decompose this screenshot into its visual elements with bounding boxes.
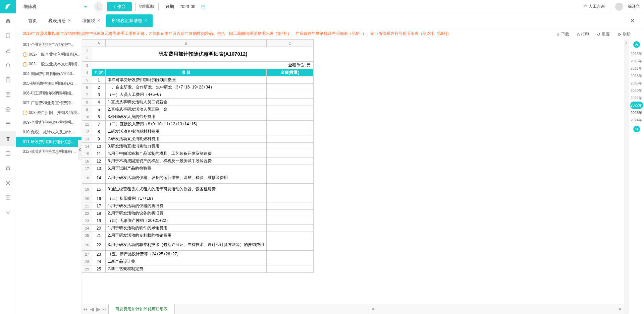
nav-play-icon[interactable] — [0, 190, 16, 205]
row-value[interactable] — [267, 217, 314, 225]
collapse-handle[interactable] — [78, 140, 82, 160]
nav-bank-icon[interactable] — [0, 102, 16, 117]
tab-tax-list[interactable]: 税表清册✕ — [43, 14, 76, 27]
row-value[interactable] — [267, 172, 314, 184]
print-button[interactable]: ⎙ 打印 — [577, 32, 589, 37]
app-logo[interactable] — [0, 0, 16, 13]
year-button[interactable]: 2021年 — [630, 94, 643, 102]
period-label: 账期 — [165, 4, 174, 10]
row-value[interactable] — [267, 113, 314, 121]
sheet-item[interactable]: 011-研发费用加计扣除优惠... — [16, 137, 82, 147]
tab-income-tax[interactable]: 所得税汇算清缴✕ — [106, 14, 153, 27]
row-value[interactable] — [267, 158, 314, 165]
row-value[interactable] — [267, 210, 314, 217]
sheet-item[interactable]: 010-免税、减计收入及加计... — [16, 127, 82, 137]
year-button[interactable]: 2019年 — [630, 79, 643, 87]
close-icon[interactable]: ✕ — [97, 18, 100, 23]
refresh-button[interactable]: ⟳ 刷新 — [618, 32, 631, 37]
nav-bag-icon[interactable] — [0, 58, 16, 72]
ai-consult-link[interactable]: 人工咨询 — [583, 4, 605, 9]
year-button[interactable]: 2024年 — [630, 116, 643, 124]
row-value[interactable] — [267, 202, 314, 210]
sheet-item[interactable]: 002-一般企业收入明细表(A... — [16, 50, 82, 59]
workspace-button[interactable]: 工作台 — [107, 2, 132, 11]
row-desc: 3.用于研发活动的非专利技术（包括许可证、专有技术、设计和计算方法等）的摊销费用 — [106, 239, 267, 251]
module-dropdown[interactable]: 增值税 — [20, 2, 91, 11]
expand-handle[interactable] — [624, 39, 629, 314]
row-value[interactable] — [267, 239, 314, 251]
nav-doc-icon[interactable] — [0, 28, 16, 43]
download-button[interactable]: ⇩ 下载 — [556, 32, 569, 37]
close-icon[interactable]: ✕ — [68, 18, 71, 23]
nav-calendar-icon[interactable] — [0, 117, 16, 131]
warning-icon — [23, 62, 28, 67]
nav-form-icon[interactable] — [0, 87, 16, 102]
content: 001-企业所得税年度纳税申...002-一般企业收入明细表(A...003-一… — [16, 39, 644, 314]
grid[interactable]: ABC1研发费用加计扣除优惠明细表(A107012)23金额单位: 元4行次项 … — [82, 39, 624, 304]
row-value[interactable] — [267, 265, 314, 273]
year-button[interactable]: 2016年 — [630, 57, 643, 65]
row-value[interactable] — [267, 106, 314, 113]
sheet-item[interactable]: 007-广告费和业务宣传费跨... — [16, 98, 82, 108]
nav-report-icon[interactable] — [0, 146, 16, 161]
nav-v-icon[interactable] — [0, 205, 16, 220]
row-value[interactable] — [267, 232, 314, 239]
period-value[interactable]: 2023-09 — [179, 4, 196, 9]
row-value[interactable] — [267, 99, 314, 106]
year-down-icon[interactable] — [633, 126, 640, 132]
tab-home[interactable]: 首页 — [23, 14, 42, 27]
sheet-nav-next-icon[interactable]: ▶ — [95, 304, 102, 314]
row-value[interactable] — [267, 150, 314, 158]
sheet-item[interactable]: 009-企业所得税弥补亏损明... — [16, 118, 82, 127]
row-value[interactable] — [267, 251, 314, 258]
avatar[interactable] — [615, 3, 623, 11]
row-value[interactable] — [267, 143, 314, 150]
nav-tax-icon[interactable] — [0, 131, 16, 146]
tab-vat[interactable]: 增值税✕ — [77, 14, 106, 27]
reset-button[interactable]: ↺ 重置 — [597, 32, 610, 37]
year-button[interactable]: 2023年 — [630, 109, 643, 116]
nav-settings-icon[interactable] — [0, 176, 16, 190]
sheet-item[interactable]: 003-一般企业成本支出明细... — [16, 59, 82, 69]
row-value[interactable] — [267, 76, 314, 84]
row-value[interactable] — [267, 225, 314, 232]
sheet-item[interactable]: 008-资产折旧、摊销及纳税... — [16, 108, 82, 118]
sheet-item[interactable]: 005-纳税调整项目明细表(A1... — [16, 79, 82, 88]
row-value[interactable] — [267, 258, 314, 265]
row-value[interactable] — [267, 84, 314, 91]
year-button[interactable]: 2022年 — [630, 102, 643, 109]
switch-old-button[interactable]: 切到旧版 — [135, 2, 159, 11]
sheet-item[interactable]: 012-减免所得税优惠明细表(... — [16, 147, 82, 156]
sheet-nav-first-icon[interactable]: ⏮ — [82, 304, 89, 314]
row-num: 8 — [92, 128, 106, 135]
row-value[interactable] — [267, 184, 314, 195]
row-value[interactable] — [267, 128, 314, 135]
year-button[interactable]: 2018年 — [630, 72, 643, 79]
row-value[interactable] — [267, 195, 314, 202]
row-value[interactable] — [267, 135, 314, 143]
username[interactable]: 徐泽华 — [628, 4, 640, 9]
nav-archive-icon[interactable] — [0, 161, 16, 176]
close-icon[interactable]: ✕ — [144, 18, 147, 23]
year-button[interactable]: 2017年 — [630, 65, 643, 72]
row-value[interactable] — [267, 121, 314, 128]
nav-chart-icon[interactable] — [0, 43, 16, 58]
nav-clipboard-icon[interactable] — [0, 72, 16, 87]
sheet-item[interactable]: 004-期间费用明细表(A1040... — [16, 69, 82, 79]
close-all-tabs[interactable]: ✕ — [627, 17, 637, 24]
circle-doc-icon[interactable] — [94, 2, 103, 11]
sheet-item[interactable]: 001-企业所得税年度纳税申... — [16, 40, 82, 50]
sheet-nav-last-icon[interactable]: ⏭ — [102, 304, 108, 314]
year-button[interactable]: 2015年 — [630, 50, 643, 57]
row-num: 19 — [92, 217, 106, 225]
year-up-icon[interactable] — [633, 41, 640, 48]
sheet-nav-prev-icon[interactable]: ◀ — [89, 304, 95, 314]
nav-home-icon[interactable] — [0, 13, 16, 28]
year-button[interactable]: 2020年 — [630, 87, 643, 94]
sheet-list[interactable]: 001-企业所得税年度纳税申...002-一般企业收入明细表(A...003-一… — [16, 39, 82, 314]
row-value[interactable] — [267, 91, 314, 99]
sheet-tab[interactable]: 研发费用加计扣除优惠明细表 — [109, 304, 175, 314]
calendar-icon[interactable] — [201, 4, 206, 9]
sheet-item[interactable]: 006-职工薪酬纳税调整明细... — [16, 88, 82, 98]
row-value[interactable] — [267, 165, 314, 172]
